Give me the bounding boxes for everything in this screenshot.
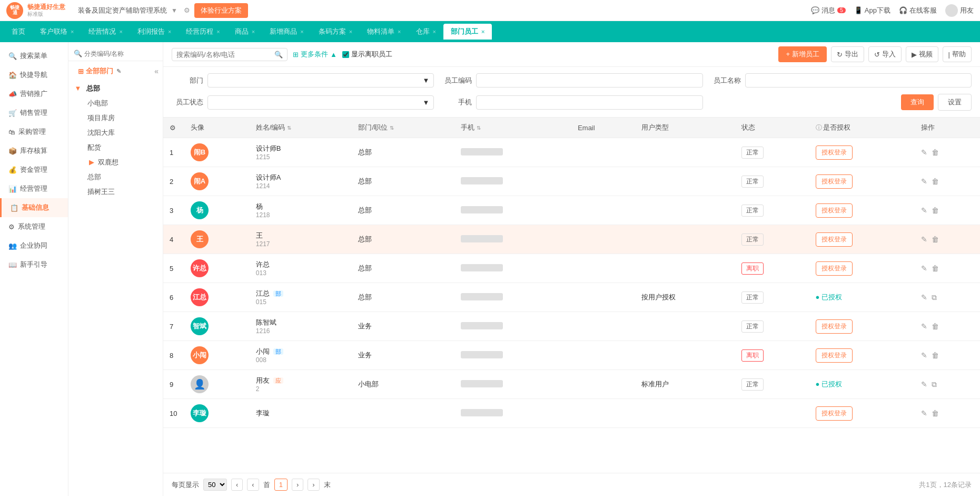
close-icon[interactable]: ×: [119, 28, 122, 35]
delete-icon[interactable]: 🗑: [932, 235, 939, 244]
sidebar-item-collab[interactable]: 👥 企业协同: [0, 236, 68, 255]
delete-icon[interactable]: 🗑: [932, 409, 939, 417]
edit-icon[interactable]: ✎: [921, 235, 927, 244]
col-settings[interactable]: ⚙: [163, 118, 184, 138]
help-button[interactable]: | 帮助: [943, 46, 972, 62]
dept-collapse-button[interactable]: «: [154, 67, 159, 75]
edit-icon[interactable]: ✎: [921, 264, 927, 273]
close-icon[interactable]: ×: [252, 28, 255, 35]
tab-operation[interactable]: 经营情况×: [81, 24, 130, 40]
delete-icon[interactable]: 🗑: [932, 351, 939, 359]
tab-customer[interactable]: 客户联络×: [33, 24, 81, 40]
dept-header[interactable]: ⊞ 全部部门 ✎: [73, 63, 126, 79]
status-filter-select[interactable]: ▼: [207, 95, 434, 110]
auth-button[interactable]: 授权登录: [816, 319, 853, 334]
prev-button[interactable]: ‹: [247, 479, 259, 491]
close-icon[interactable]: ×: [300, 28, 303, 35]
tab-dept-staff[interactable]: 部门员工×: [443, 24, 492, 40]
close-icon[interactable]: ×: [168, 28, 171, 35]
delete-icon[interactable]: 🗑: [932, 206, 939, 215]
edit-icon[interactable]: ✎: [921, 409, 927, 417]
sidebar-item-quicknav[interactable]: 🏠 快捷导航: [0, 65, 68, 84]
close-icon[interactable]: ×: [349, 28, 352, 35]
import-button[interactable]: ↺ 导入: [868, 46, 902, 62]
add-employee-button[interactable]: + 新增员工: [778, 46, 826, 62]
dept-search-input[interactable]: [84, 50, 163, 57]
tab-profit[interactable]: 利润报告×: [130, 24, 179, 40]
tab-history[interactable]: 经营历程×: [179, 24, 227, 40]
dept-item-xiaodibu[interactable]: 小电部: [79, 96, 163, 111]
tab-barcode[interactable]: 条码方案×: [311, 24, 360, 40]
per-page-select[interactable]: 50: [203, 479, 227, 491]
tab-home[interactable]: 首页: [4, 24, 33, 40]
sidebar-item-inventory[interactable]: 📦 库存核算: [0, 141, 68, 160]
edit-icon[interactable]: ✎: [921, 148, 927, 157]
sidebar-item-search[interactable]: 🔍 搜索菜单: [0, 46, 68, 65]
more-filter-button[interactable]: ⊞ 更多条件 ▲: [293, 50, 337, 59]
next-button[interactable]: ›: [292, 479, 303, 491]
app-download-button[interactable]: 📱 App下载: [854, 6, 890, 15]
export-button[interactable]: ↻ 导出: [831, 46, 864, 62]
tab-bom[interactable]: 物料清单×: [360, 24, 408, 40]
sidebar-item-sales[interactable]: 🛒 销售管理: [0, 103, 68, 122]
emp-code-filter-input[interactable]: [476, 73, 702, 87]
auth-button[interactable]: 授权登录: [816, 261, 853, 276]
sidebar-item-guide[interactable]: 📖 新手引导: [0, 255, 68, 274]
auth-button[interactable]: 授权登录: [816, 145, 853, 160]
emp-name-filter-input[interactable]: [745, 73, 972, 87]
auth-button[interactable]: 授权登录: [816, 406, 853, 421]
delete-icon[interactable]: 🗑: [932, 148, 939, 157]
tab-goods[interactable]: 商品×: [227, 24, 262, 40]
auth-button[interactable]: 授权登录: [816, 203, 853, 218]
sidebar-item-marketing[interactable]: 📣 营销推广: [0, 84, 68, 103]
edit-icon[interactable]: ✎: [921, 177, 927, 186]
dept-item-chashu[interactable]: 插树王三: [79, 184, 163, 199]
col-phone[interactable]: 手机 ⇅: [454, 118, 571, 138]
auth-button[interactable]: 授权登录: [816, 174, 853, 189]
user-button[interactable]: 用友: [945, 4, 974, 17]
delete-icon[interactable]: 🗑: [932, 177, 939, 186]
close-icon[interactable]: ×: [433, 28, 436, 35]
edit-icon[interactable]: ✎: [921, 206, 927, 215]
col-dept[interactable]: 部门/职位 ⇅: [352, 118, 454, 138]
online-service-button[interactable]: 🎧 在线客服: [899, 6, 937, 15]
settings-icon[interactable]: ⚙: [184, 6, 190, 14]
tab-warehouse[interactable]: 仓库×: [409, 24, 443, 40]
message-button[interactable]: 💬 消息 5: [811, 6, 846, 15]
edit-icon[interactable]: ✎: [921, 380, 927, 388]
edit-icon[interactable]: ✎: [921, 293, 927, 302]
reset-button[interactable]: 设置: [938, 94, 972, 111]
dept-tree-root[interactable]: ▼ 总部: [68, 81, 163, 96]
search-btn-icon[interactable]: 🔍: [274, 51, 283, 59]
delete-icon[interactable]: 🗑: [932, 264, 939, 273]
dept-item-zongbu[interactable]: 总部: [79, 170, 163, 184]
next-last-button[interactable]: ›: [308, 479, 319, 491]
show-resigned-checkbox[interactable]: 显示离职员工: [342, 50, 392, 59]
delete-icon[interactable]: 🗑: [932, 322, 939, 330]
edit-icon[interactable]: ✎: [921, 322, 927, 330]
sidebar-item-business[interactable]: 📊 经营管理: [0, 179, 68, 198]
dept-item-peiho[interactable]: 配货: [79, 140, 163, 155]
dept-item-shuanglu[interactable]: ▶双鹿想: [79, 155, 163, 170]
close-icon[interactable]: ×: [216, 28, 220, 35]
edit-icon[interactable]: ✎: [921, 351, 927, 359]
sidebar-item-basic-info[interactable]: 📋 基础信息: [0, 198, 68, 217]
sidebar-item-system[interactable]: ⚙ 系统管理: [0, 217, 68, 236]
search-input[interactable]: [176, 51, 271, 59]
auth-button[interactable]: 授权登录: [816, 232, 853, 247]
dept-filter-select[interactable]: ▼: [207, 73, 434, 87]
col-name[interactable]: 姓名/编码 ⇅: [250, 118, 352, 138]
auth-button[interactable]: 授权登录: [816, 348, 853, 363]
tab-new-goods[interactable]: 新增商品×: [262, 24, 311, 40]
prev-first-button[interactable]: ‹: [231, 479, 243, 491]
show-resigned-input[interactable]: [342, 51, 349, 58]
phone-filter-input[interactable]: [476, 95, 702, 110]
sidebar-item-purchase[interactable]: 🛍 采购管理: [0, 122, 68, 141]
query-button[interactable]: 查询: [901, 94, 934, 110]
close-icon[interactable]: ×: [398, 28, 401, 35]
close-icon[interactable]: ×: [481, 28, 484, 35]
dept-item-shenyang[interactable]: 沈阳大库: [79, 125, 163, 140]
sidebar-item-finance[interactable]: 💰 资金管理: [0, 160, 68, 179]
copy-icon[interactable]: ⧉: [932, 293, 937, 302]
dept-item-project[interactable]: 项目库房: [79, 111, 163, 125]
